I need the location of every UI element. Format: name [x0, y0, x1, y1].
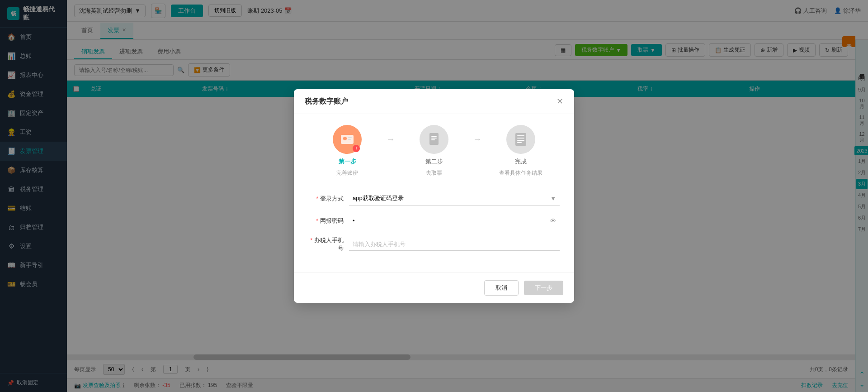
steps-container: ! 第一步 完善账密 → [308, 125, 560, 177]
step-1-error-indicator: ! [353, 145, 360, 152]
password-text: 网报密码 [320, 217, 344, 224]
step-2: 第二步 去取票 [395, 125, 473, 177]
phone-label: * 办税人手机号 [308, 236, 349, 253]
step-arrow-2: → [473, 125, 482, 144]
step-3-icon [506, 125, 535, 154]
svg-rect-11 [517, 140, 524, 141]
svg-rect-6 [431, 138, 437, 139]
svg-rect-12 [517, 142, 522, 143]
step-2-icon [420, 125, 448, 154]
step-1: ! 第一步 完善账密 [308, 125, 386, 177]
step-3-title: 完成 [515, 158, 527, 166]
login-method-value: app获取验证码登录 [353, 194, 404, 202]
password-label: * 网报密码 [308, 217, 349, 225]
next-button[interactable]: 下一步 [524, 281, 563, 295]
step-2-desc: 去取票 [426, 169, 442, 177]
checklist-svg [513, 131, 529, 148]
step-3-desc: 查看具体任务结果 [499, 169, 542, 177]
required-mark: * [316, 195, 318, 202]
document-svg [426, 131, 442, 148]
svg-rect-0 [341, 135, 354, 144]
step-1-title: 第一步 [339, 158, 356, 166]
phone-text: 办税人手机号 [314, 237, 344, 252]
step-3: 完成 查看具体任务结果 [482, 125, 560, 177]
modal-header: 税务数字账户 ✕ [294, 89, 574, 114]
modal-title: 税务数字账户 [305, 97, 348, 106]
modal-close-button[interactable]: ✕ [557, 96, 563, 106]
modal-footer: 取消 下一步 [294, 272, 574, 303]
id-card-svg [339, 131, 355, 148]
svg-rect-9 [517, 135, 524, 136]
login-method-row: * 登录方式 app获取验证码登录 ▼ [308, 191, 560, 206]
cancel-button[interactable]: 取消 [484, 280, 519, 296]
step-1-desc: 完善账密 [336, 169, 358, 177]
svg-rect-10 [517, 138, 524, 139]
required-mark-pwd: * [316, 217, 318, 224]
phone-row: * 办税人手机号 [308, 236, 560, 253]
eye-slash-icon[interactable]: 👁 [550, 217, 556, 225]
login-method-select[interactable]: app获取验证码登录 ▼ [349, 191, 560, 206]
step-1-icon: ! [333, 125, 362, 154]
modal-overlay: 税务数字账户 ✕ ! 第一步 [0, 0, 868, 392]
step-2-title: 第二步 [425, 158, 443, 166]
svg-rect-4 [429, 133, 439, 145]
phone-input[interactable] [349, 238, 560, 251]
svg-rect-3 [348, 139, 351, 140]
tax-digital-modal: 税务数字账户 ✕ ! 第一步 [294, 89, 574, 303]
password-row: * 网报密码 👁 [308, 215, 560, 227]
svg-rect-2 [348, 137, 352, 138]
login-method-label: * 登录方式 [308, 195, 349, 203]
svg-rect-8 [515, 133, 526, 146]
login-method-text: 登录方式 [320, 195, 344, 202]
password-input[interactable] [349, 215, 560, 227]
password-field-wrapper: 👁 [349, 215, 560, 227]
dropdown-icon: ▼ [550, 195, 556, 202]
required-mark-phone: * [310, 237, 312, 244]
modal-body: ! 第一步 完善账密 → [294, 114, 574, 272]
svg-rect-5 [431, 136, 437, 137]
step-arrow-1: → [386, 125, 395, 144]
svg-rect-7 [431, 139, 435, 140]
svg-point-1 [343, 137, 347, 140]
